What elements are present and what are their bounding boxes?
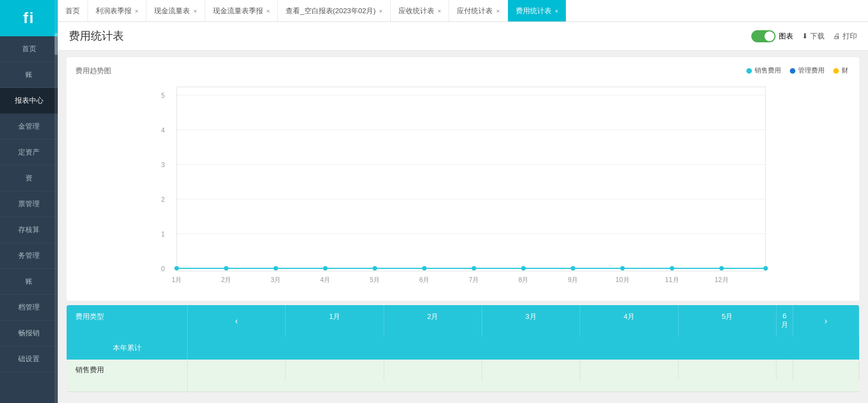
row-m4	[580, 360, 678, 380]
sidebar-item-reimbursement[interactable]: 畅报销	[0, 321, 58, 346]
tab-blank-report[interactable]: 查看_空白报表(2023年02月) ×	[278, 0, 391, 22]
tab-payable[interactable]: 应付统计表 ×	[449, 0, 507, 22]
svg-point-19	[472, 266, 476, 270]
sidebar-item-inventory[interactable]: 存核算	[0, 217, 58, 243]
legend-finance-dot	[833, 68, 839, 74]
col-month-1: 1月	[286, 305, 384, 336]
table-row: 销售费用	[67, 360, 859, 392]
col-month-6: 6月	[777, 305, 793, 336]
header-actions: 图表 ⬇ 下载 🖨 打印	[751, 30, 857, 42]
tab-cashflow-quarterly[interactable]: 现金流量表季报 ×	[205, 0, 278, 22]
sidebar-item-service[interactable]: 务管理	[0, 243, 58, 269]
row-year-total	[67, 380, 188, 391]
chart-title: 费用趋势图	[75, 66, 850, 76]
page-header: 费用统计表 图表 ⬇ 下载 🖨 打印	[58, 22, 868, 51]
print-icon: 🖨	[833, 32, 840, 40]
svg-text:3: 3	[161, 161, 165, 169]
col-month-3: 3月	[482, 305, 580, 336]
tab-receivable[interactable]: 应收统计表 ×	[391, 0, 449, 22]
chart-toggle[interactable]	[751, 30, 776, 42]
download-label: 下载	[810, 31, 825, 41]
svg-text:2: 2	[161, 196, 165, 203]
sidebar-item-archive[interactable]: 档管理	[0, 295, 58, 321]
print-button[interactable]: 🖨 打印	[833, 31, 857, 41]
svg-point-14	[224, 266, 228, 270]
sidebar-item-reports[interactable]: 报表中心	[0, 88, 58, 114]
svg-text:8月: 8月	[518, 276, 529, 284]
legend-admin-label: 管理费用	[798, 66, 825, 75]
chart-toggle-group: 图表	[751, 30, 793, 42]
col-month-4: 4月	[580, 305, 678, 336]
close-tab-3[interactable]: ×	[266, 8, 270, 14]
sidebar-item-invoice[interactable]: 票管理	[0, 191, 58, 217]
legend-sales-label: 销售费用	[755, 66, 781, 75]
col-month-5: 5月	[679, 305, 777, 336]
sidebar-item-settings[interactable]: 础设置	[0, 346, 58, 372]
sidebar-item-home[interactable]: 首页	[0, 36, 58, 62]
svg-point-13	[174, 266, 179, 270]
col-nav-next[interactable]: ›	[793, 305, 859, 336]
trend-chart: 5 4 3 2 1 0	[75, 81, 850, 290]
close-tab-2[interactable]: ×	[193, 8, 196, 14]
row-nav-space2	[793, 360, 859, 380]
sidebar-item-resource[interactable]: 资	[0, 165, 58, 191]
svg-point-21	[571, 266, 575, 270]
svg-point-18	[422, 266, 427, 270]
col-year-total: 本年累计	[67, 336, 188, 360]
svg-text:1: 1	[161, 230, 165, 238]
chart-legend: 销售费用 管理费用 财	[746, 66, 848, 75]
svg-text:11月: 11月	[665, 276, 679, 284]
col-nav-prev[interactable]: ‹	[188, 305, 286, 336]
sidebar-item-account[interactable]: 账	[0, 62, 58, 88]
tab-cashflow[interactable]: 现金流量表 ×	[146, 0, 205, 22]
svg-text:0: 0	[161, 265, 165, 273]
data-table-section: 费用类型 ‹ 1月 2月 3月 4月 5月 6月 › 本年累计 销售费用	[67, 305, 859, 403]
close-tab-6[interactable]: ×	[496, 8, 499, 14]
sidebar-scrollbar-thumb	[54, 33, 58, 55]
row-type: 销售费用	[67, 360, 188, 380]
main-area: 首页 利润表季报 × 现金流量表 × 现金流量表季报 × 查看_空白报表(202…	[58, 0, 868, 403]
page-title: 费用统计表	[69, 29, 124, 43]
svg-point-17	[373, 266, 377, 270]
svg-point-24	[719, 266, 724, 270]
tab-expense[interactable]: 费用统计表 ×	[508, 0, 566, 22]
svg-point-25	[763, 266, 768, 270]
legend-sales-dot	[746, 68, 752, 74]
svg-text:5月: 5月	[370, 276, 380, 284]
svg-point-15	[274, 266, 278, 270]
sidebar-logo: fi	[0, 0, 58, 36]
svg-text:6月: 6月	[419, 276, 430, 284]
col-type: 费用类型	[67, 305, 188, 336]
table-header: 费用类型 ‹ 1月 2月 3月 4月 5月 6月 › 本年累计	[67, 305, 859, 360]
sidebar-item-ledger[interactable]: 账	[0, 269, 58, 295]
tab-home[interactable]: 首页	[58, 0, 88, 22]
legend-sales: 销售费用	[746, 66, 781, 75]
close-tab-4[interactable]: ×	[379, 8, 383, 14]
download-button[interactable]: ⬇ 下载	[802, 31, 825, 41]
tabs-bar: 首页 利润表季报 × 现金流量表 × 现金流量表季报 × 查看_空白报表(202…	[58, 0, 868, 22]
content-area: 费用统计表 图表 ⬇ 下载 🖨 打印 费用趋势图	[58, 22, 868, 403]
row-nav-space	[188, 360, 286, 380]
svg-text:3月: 3月	[271, 276, 281, 284]
sidebar-item-assets[interactable]: 定资产	[0, 140, 58, 165]
sidebar: fi 首页 账 报表中心 金管理 定资产 资 票管理 存核算 务管理 账 档管理…	[0, 0, 58, 403]
legend-finance: 财	[833, 66, 848, 75]
sidebar-item-finance[interactable]: 金管理	[0, 114, 58, 140]
legend-finance-label: 财	[842, 66, 848, 75]
close-tab-1[interactable]: ×	[135, 8, 138, 14]
row-m2	[384, 360, 482, 380]
legend-admin-dot	[790, 68, 795, 74]
svg-point-20	[521, 266, 526, 270]
tab-profit-quarterly[interactable]: 利润表季报 ×	[88, 0, 146, 22]
close-tab-7[interactable]: ×	[555, 8, 558, 14]
chart-toggle-label: 图表	[779, 31, 793, 41]
svg-text:9月: 9月	[568, 276, 578, 284]
close-tab-5[interactable]: ×	[438, 8, 441, 14]
sidebar-scrollbar[interactable]	[54, 0, 58, 403]
svg-text:2月: 2月	[221, 276, 232, 284]
svg-text:7月: 7月	[469, 276, 479, 284]
row-m1	[286, 360, 384, 380]
svg-rect-12	[177, 87, 766, 271]
row-m6	[777, 360, 793, 380]
legend-admin: 管理费用	[790, 66, 825, 75]
